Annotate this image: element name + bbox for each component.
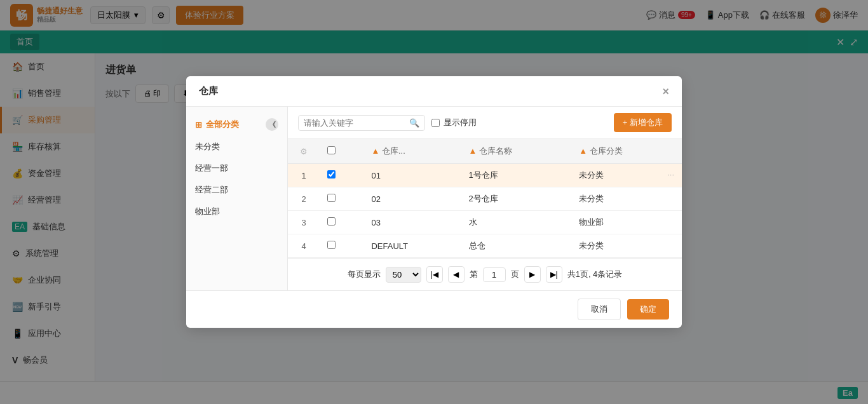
th-check: [320, 139, 363, 164]
th-name: ▲ 仓库名称: [461, 139, 572, 164]
row-checkbox[interactable]: [327, 217, 336, 226]
select-all-checkbox[interactable]: [327, 146, 336, 154]
row-check: [320, 164, 363, 187]
row-checkbox[interactable]: [327, 170, 336, 178]
modal-category-ops1[interactable]: 经营一部: [186, 158, 287, 179]
grid-icon: ⊞: [195, 120, 202, 130]
warehouse-modal: 仓库 × ⊞ 全部分类 《 未分类 经营一部 经营二部 物业部: [186, 76, 682, 328]
th-code: ▲ 仓库...: [363, 139, 461, 164]
modal-toolbar: 🔍 显示停用 + 新增仓库: [288, 107, 682, 139]
row-name: 水: [461, 211, 572, 234]
row-name: 总仓: [461, 234, 572, 258]
show-disabled-label: 显示停用: [431, 117, 477, 128]
add-warehouse-button[interactable]: + 新增仓库: [614, 113, 672, 132]
row-check: [320, 234, 363, 258]
row-check: [320, 211, 363, 234]
search-box: 🔍: [298, 115, 425, 131]
row-num: 3: [288, 211, 320, 234]
modal-sidebar-header: ⊞ 全部分类 《: [186, 113, 287, 136]
cancel-button[interactable]: 取消: [578, 299, 621, 320]
row-code: DEFAULT: [363, 234, 461, 258]
row-num: 1: [288, 164, 320, 187]
table-row[interactable]: 1 01 1号仓库 未分类 ···: [288, 164, 682, 187]
last-page-button[interactable]: ▶|: [546, 266, 562, 283]
th-category: ▲ 仓库分类: [571, 139, 682, 164]
table-row[interactable]: 2 02 2号仓库 未分类: [288, 187, 682, 211]
modal-body: ⊞ 全部分类 《 未分类 经营一部 经营二部 物业部 🔍: [186, 107, 682, 290]
modal-title: 仓库: [199, 85, 218, 97]
search-icon: 🔍: [409, 118, 419, 128]
modal-pagination: 每页显示 50 100 |◀ ◀ 第 页 ▶ ▶| 共1页, 4条记录: [288, 258, 682, 290]
search-input[interactable]: [304, 118, 405, 128]
table-row[interactable]: 3 03 水 物业部: [288, 211, 682, 234]
row-checkbox[interactable]: [327, 194, 336, 202]
modal-overlay: 仓库 × ⊞ 全部分类 《 未分类 经营一部 经营二部 物业部: [0, 0, 868, 404]
row-code: 03: [363, 211, 461, 234]
row-num: 2: [288, 187, 320, 211]
prev-page-button[interactable]: ◀: [448, 266, 465, 283]
page-label: 页: [511, 269, 519, 280]
page-di-label: 第: [470, 269, 478, 280]
th-settings: ⚙: [288, 139, 320, 164]
page-size-select[interactable]: 50 100: [386, 267, 421, 283]
row-category: 未分类 ···: [571, 164, 682, 187]
next-page-button[interactable]: ▶: [524, 266, 541, 283]
collapse-button[interactable]: 《: [266, 118, 278, 131]
modal-sidebar: ⊞ 全部分类 《 未分类 经营一部 经营二部 物业部: [186, 107, 288, 290]
row-category: 物业部: [571, 211, 682, 234]
first-page-button[interactable]: |◀: [426, 266, 443, 283]
row-code: 01: [363, 164, 461, 187]
show-disabled-checkbox[interactable]: [431, 119, 440, 127]
modal-table: ⚙ ▲ 仓库... ▲ 仓库名称 ▲ 仓库分类 1 01: [288, 139, 682, 258]
modal-category-ops2[interactable]: 经营二部: [186, 179, 287, 201]
row-check: [320, 187, 363, 211]
modal-category-property[interactable]: 物业部: [186, 201, 287, 222]
row-name: 2号仓库: [461, 187, 572, 211]
modal-close-button[interactable]: ×: [662, 86, 669, 97]
modal-main: 🔍 显示停用 + 新增仓库 ⚙: [288, 107, 682, 290]
all-categories-label: 全部分类: [206, 119, 239, 130]
row-category: 未分类: [571, 187, 682, 211]
modal-category-unclassified[interactable]: 未分类: [186, 136, 287, 158]
row-checkbox[interactable]: [327, 241, 336, 249]
row-code: 02: [363, 187, 461, 211]
page-input[interactable]: [483, 267, 506, 282]
row-num: 4: [288, 234, 320, 258]
confirm-button[interactable]: 确定: [627, 299, 669, 320]
row-category: 未分类: [571, 234, 682, 258]
modal-header: 仓库 ×: [186, 76, 682, 107]
warehouse-table: ⚙ ▲ 仓库... ▲ 仓库名称 ▲ 仓库分类 1 01: [288, 139, 682, 258]
show-disabled-text: 显示停用: [444, 117, 477, 128]
total-info: 共1页, 4条记录: [567, 269, 623, 280]
table-row[interactable]: 4 DEFAULT 总仓 未分类: [288, 234, 682, 258]
modal-footer: 取消 确定: [186, 290, 682, 328]
table-header-row: ⚙ ▲ 仓库... ▲ 仓库名称 ▲ 仓库分类: [288, 139, 682, 164]
page-size-label: 每页显示: [348, 269, 381, 280]
row-name: 1号仓库: [461, 164, 572, 187]
